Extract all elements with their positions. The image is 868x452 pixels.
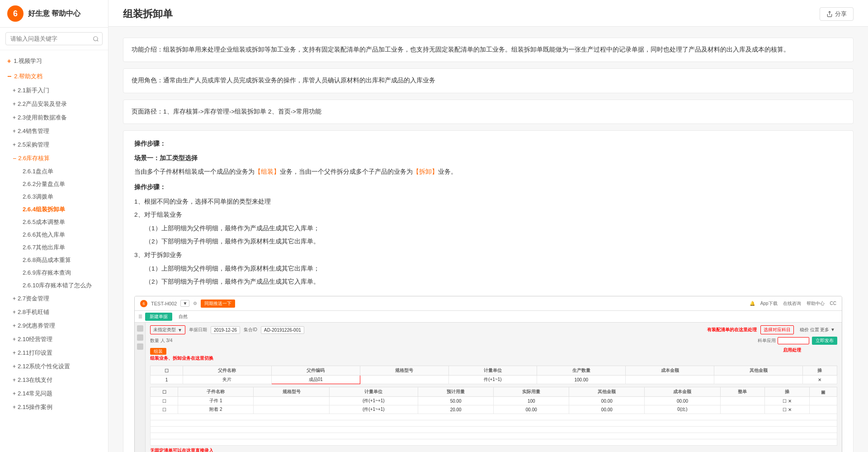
ss-td2-check2: ☐ <box>151 405 178 414</box>
expand-icon: + <box>13 350 16 356</box>
ss-td2-qtje1: 00.00 <box>569 397 645 405</box>
ss-td2-jldw1: (件(+1~+1) <box>329 397 418 405</box>
ss-form-row2: 数量 人 3/4 科单应用 立即发布 <box>150 337 837 345</box>
sidebar-item-27[interactable]: + 2.7资金管理 <box>13 292 108 305</box>
ss-dropdown: ▼ <box>180 300 189 307</box>
ss-choose-btn: 选择对应科目 <box>760 325 794 334</box>
sidebar-item-266[interactable]: 2.6.6其他入库单 <box>19 228 108 241</box>
expand-icon: + <box>13 336 16 343</box>
ss-td2-yjyl1: 50.00 <box>418 397 494 405</box>
share-button[interactable]: 分享 <box>820 7 854 21</box>
ss-td2-exp2 <box>809 405 837 414</box>
ss-top-bar: 6 TEST-H002 ▼ ⚙ 同期推送一下 🔔 App下载 在线咨询 帮助中心… <box>135 296 842 311</box>
sidebar-item-211[interactable]: + 2.11打印设置 <box>13 346 108 360</box>
svg-line-1 <box>97 40 99 41</box>
sidebar-item-262[interactable]: 2.6.2分量盘点单 <box>19 178 108 190</box>
ss-th2-op: 操 <box>765 387 809 397</box>
sidebar-item-29[interactable]: + 2.9优惠券管理 <box>13 319 108 333</box>
sidebar-item-213[interactable]: + 2.13在线支付 <box>13 373 108 387</box>
share-icon <box>826 11 833 17</box>
sidebar-item-212[interactable]: + 2.12系统个性化设置 <box>13 360 108 373</box>
ss-td2-empty5 <box>151 427 837 433</box>
expand-icon: + <box>13 390 16 397</box>
ss-tab-ziran: 自然 <box>174 313 192 321</box>
sidebar-item-264[interactable]: 2.6.4组装拆卸单 <box>19 203 108 216</box>
ss-th-check: ☐ <box>151 366 183 376</box>
highlight-assembly: 【组装】 <box>255 168 280 175</box>
sidebar-item-23[interactable]: + 2.3使用前数据准备 <box>13 111 108 124</box>
step-2-2: （2）下部明细为子件明细，最终作为原材料生成其它出库单。 <box>134 236 842 247</box>
ss-more-btns: 稳价 位置 更多 ▼ <box>797 326 837 334</box>
sidebar-item-268[interactable]: 2.6.8商品成本重算 <box>19 254 108 266</box>
sidebar-item-263[interactable]: 2.6.3调拨单 <box>19 190 108 203</box>
ss-th-pjbm: 父件编码 <box>271 366 360 376</box>
expand-icon: + <box>13 323 16 329</box>
ss-td2-cbje2: 0(出) <box>645 405 720 414</box>
sidebar-item-25[interactable]: + 2.5采购管理 <box>13 138 108 152</box>
sidebar-item-28[interactable]: + 2.8手机旺铺 <box>13 305 108 319</box>
ss-num-value: AD-20191226-001 <box>261 326 304 334</box>
ss-help: 在线咨询 <box>783 300 801 307</box>
expand-icon: + <box>13 404 16 410</box>
sidebar-item-2610[interactable]: 2.6.10库存账本错了怎么办 <box>19 279 108 292</box>
expand-icon: + <box>13 377 16 383</box>
sidebar-item-video[interactable]: + 1.视频学习 <box>0 54 108 68</box>
ss-sidebar-icon2 <box>137 334 143 341</box>
ss-type-label: 未指定类型 <box>153 327 176 333</box>
app-title: 好生意 帮助中心 <box>28 9 80 19</box>
table-row: ☐ 子件 1 (件(+1~+1) 50.00 100 00.00 00.00 <box>151 397 837 405</box>
ss-num-label2: 数量 人 3/4 <box>150 338 172 344</box>
ss-date-label: 单据日期 <box>189 327 207 333</box>
ss-date-value: 2019-12-26 <box>211 326 240 334</box>
path-section: 页面路径：1、库存核算->库存管理->组装拆卸单 2、首页->常用功能 <box>123 100 854 124</box>
sidebar-item-docs[interactable]: − 2.帮助文档 <box>0 69 108 84</box>
ss-annotation2-row: 组装 组装业务、拆卸业务在这里切换 启用处理 <box>150 347 837 355</box>
page-title: 组装拆卸单 <box>123 7 173 21</box>
ss-td-gghx1 <box>360 376 448 384</box>
sidebar-item-22[interactable]: + 2.2产品安装及登录 <box>13 97 108 111</box>
steps-list: 1、根据不同的业务，选择不同单据的类型来处理 2、对于组装业务 （1）上部明细为… <box>134 196 842 288</box>
ss-app-dl: App下载 <box>760 300 778 307</box>
scene1-desc: 当由多个子件材料组装成一个成品的业务为【组装】业务，当由一个父件拆分成多个子产品… <box>134 166 842 178</box>
main-header: 组装拆卸单 分享 <box>108 0 868 27</box>
ss-apply-btn[interactable]: 立即发布 <box>812 337 837 345</box>
ss-th2-yjyl: 预计用量 <box>418 387 494 397</box>
sidebar-item-215[interactable]: + 2.15操作案例 <box>13 400 108 414</box>
ss-td2-zd1 <box>720 397 765 405</box>
search-input[interactable] <box>5 32 103 45</box>
ss-kedan-group: 科单应用 <box>758 337 809 344</box>
sidebar-item-261[interactable]: 2.6.1盘点单 <box>19 165 108 178</box>
sidebar-item-214[interactable]: + 2.14常见问题 <box>13 387 108 400</box>
ss-th2-exp: ▣ <box>809 387 837 397</box>
ss-content-row: 未指定类型 ▼ 单据日期 2019-12-26 集合ID AD-20191226… <box>135 323 842 452</box>
ss-th2-qtje: 其他金额 <box>569 387 645 397</box>
operations-area: 操作步骤： 场景一：加工类型选择 当由多个子件材料组装成一个成品的业务为【组装】… <box>123 130 854 452</box>
table-row <box>151 414 837 420</box>
ss-th2-jldw: 计量单位 <box>329 387 418 397</box>
sidebar-item-210[interactable]: + 2.10经营管理 <box>13 333 108 346</box>
ss-annotation1: 有装配清单的在这里处理 <box>707 327 757 333</box>
sidebar-item-21[interactable]: + 2.1新手入门 <box>13 84 108 97</box>
main-content: 组装拆卸单 分享 功能介绍：组装拆卸单用来处理企业组装或拆卸等加工业务，支持有固… <box>108 0 868 452</box>
main-body: 功能介绍：组装拆卸单用来处理企业组装或拆卸等加工业务，支持有固定装配清单的产品加… <box>108 27 868 452</box>
ss-orange-tab: 组装 <box>150 348 166 355</box>
ss-form-area: 未指定类型 ▼ 单据日期 2019-12-26 集合ID AD-20191226… <box>146 323 842 452</box>
ss-gear: ⚙ <box>193 301 197 306</box>
intro-text: 功能介绍：组装拆卸单用来处理企业组装或拆卸等加工业务，支持有固定装配清单的产品加… <box>132 46 790 53</box>
ss-td-op1: ✕ <box>802 376 837 384</box>
sidebar-item-265[interactable]: 2.6.5成本调整单 <box>19 216 108 228</box>
sidebar-item-26[interactable]: − 2.6库存核算 <box>13 152 108 165</box>
ss-td2-empty4 <box>151 420 837 427</box>
sidebar-item-267[interactable]: 2.6.7其他出库单 <box>19 241 108 254</box>
ss-th-scsl: 生产数量 <box>537 366 626 376</box>
screenshot-wrapper: 6 TEST-H002 ▼ ⚙ 同期推送一下 🔔 App下载 在线咨询 帮助中心… <box>134 296 842 452</box>
ss-push-btn: 同期推送一下 <box>201 300 235 308</box>
sidebar-item-269[interactable]: 2.6.9库存账本查询 <box>19 266 108 279</box>
ss-td2-jldw2: (件(+1~+1) <box>329 405 418 414</box>
nav-sub-sub-items-26: 2.6.1盘点单 2.6.2分量盘点单 2.6.3调拨单 2.6.4组装拆卸单 … <box>13 165 108 292</box>
expand-icon: + <box>13 128 16 134</box>
step-2: 2、对于组装业务 <box>134 209 842 221</box>
sidebar-item-24[interactable]: + 2.4销售管理 <box>13 124 108 138</box>
ss-nav-bar: ☰ 新建单据 自然 <box>135 311 842 323</box>
highlight-disassembly: 【拆卸】 <box>413 168 438 175</box>
